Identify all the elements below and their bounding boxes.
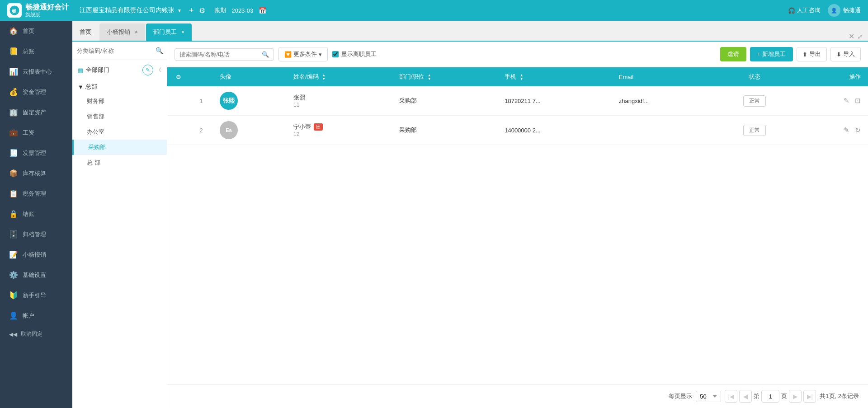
page-label-di: 第 [754,392,760,400]
assets-icon: 🏢 [9,108,18,117]
import-label: 导入 [843,50,855,58]
filter-chevron-icon: ▾ [319,51,322,58]
tab-expense-close-icon[interactable]: × [135,29,138,35]
app-name: 畅捷通好会计 [25,3,69,11]
col-phone[interactable]: 手机 ▲▼ [497,67,612,86]
dept-tree-item-xiaoshou[interactable]: 销售部 [72,109,167,124]
show-resigned-checkbox[interactable] [332,51,339,57]
first-page-button[interactable]: |◀ [725,390,737,403]
dept-search-input[interactable] [77,47,153,54]
add-employee-button[interactable]: + 新增员工 [750,47,793,61]
archive-icon: 🗄️ [9,230,18,239]
dept-zongbu-sub-label: 总 部 [87,159,100,166]
tab-home-label: 首页 [80,28,91,36]
edit-icon[interactable]: ✎ [844,97,849,105]
sidebar-item-close[interactable]: 🔒 结账 [0,204,72,224]
row-phone-col: 18720211 7... [497,86,612,116]
per-page-select[interactable]: 50 10 20 100 [696,391,721,402]
tax-icon: 📋 [9,189,18,198]
prev-page-button[interactable]: ◀ [739,390,752,403]
last-page-button[interactable]: ▶| [803,390,816,403]
employee-table: ⚙ 头像 姓名/编码 ▲▼ 部门/职位 ▲▼ 手机 ▲▼ [167,67,868,384]
dept-search-bar: 🔍 [72,42,167,60]
col-settings[interactable]: ⚙ [167,67,190,86]
edit-icon[interactable]: ✎ [844,126,849,134]
export-button[interactable]: ⬆ 导出 [797,47,827,61]
headset-icon: 🎧 [788,7,795,14]
col-status: 状态 [712,67,797,86]
sidebar-item-label: 首页 [23,27,34,35]
expense-icon: 📝 [9,250,18,259]
employee-search-box: 🔍 [175,48,274,61]
dept-edit-button[interactable]: ✎ [142,65,153,75]
dept-panel: 🔍 ▦ 全部部门 ✎ 《 ▼ 总部 [72,42,167,408]
show-resigned-checkbox-label[interactable]: 显示离职员工 [332,50,377,58]
add-company-button[interactable]: + [189,6,194,15]
sidebar-item-archive[interactable]: 🗄️ 归档管理 [0,224,72,244]
sidebar-item-reports[interactable]: 📊 云报表中心 [0,61,72,82]
tab-department[interactable]: 部门员工 × [146,23,192,41]
sidebar-item-inventory[interactable]: 📦 库存核算 [0,163,72,183]
dept-tree-item-zongbu-sub[interactable]: 总 部 [72,155,167,170]
col-avatar: 头像 [212,67,286,86]
row-settings-col [167,86,190,116]
import-button[interactable]: ⬇ 导入 [830,47,861,61]
more-filter-button[interactable]: 🔽 更多条件 ▾ [278,47,328,61]
salary-icon: 💼 [9,128,18,137]
dept-collapse-button[interactable]: 《 [156,66,161,74]
sidebar-item-expense[interactable]: 📝 小畅报销 [0,244,72,265]
logout-icon[interactable]: ⊡ [855,97,861,105]
calendar-icon[interactable]: 📅 [259,7,266,14]
tab-close-window-icon[interactable]: ✕ [849,32,854,41]
tab-maximize-icon[interactable]: ⤢ [857,33,863,40]
logo-text-area: 畅捷通好会计 旗舰版 [25,3,69,18]
col-dept[interactable]: 部门/职位 ▲▼ [392,67,498,86]
dept-search-icon[interactable]: 🔍 [156,47,163,54]
sidebar-item-settings[interactable]: ⚙️ 基础设置 [0,265,72,285]
dept-tree-item-caiwu[interactable]: 财务部 [72,94,167,109]
name-cell: 宁小壹 应 12 [293,123,385,137]
tab-home[interactable]: 首页 [72,23,99,41]
tab-expense-label: 小畅报销 [107,28,130,36]
export-label: 导出 [809,50,821,58]
page-number-input[interactable] [761,390,779,403]
next-page-button[interactable]: ▶ [789,390,802,403]
dept-arrow-icon: ▼ [78,84,84,90]
col-name[interactable]: 姓名/编码 ▲▼ [286,67,392,86]
sidebar-item-assets[interactable]: 🏢 固定资产 [0,102,72,122]
row-dept-col: 采购部 [392,116,498,145]
sidebar-item-guide[interactable]: 🔰 新手引导 [0,285,72,305]
account-icon: 👤 [9,311,18,320]
dept-tree: ▼ 总部 财务部 销售部 办公室 采购部 [72,80,167,408]
refresh-icon[interactable]: ↻ [855,126,861,134]
settings-gear-icon[interactable]: ⚙ [199,6,205,15]
tab-expense[interactable]: 小畅报销 × [99,23,145,41]
dept-tree-item-bangongshi[interactable]: 办公室 [72,124,167,140]
sidebar-item-tax[interactable]: 📋 税务管理 [0,183,72,204]
user-avatar: 👤 [828,4,840,17]
close-period-icon: 🔒 [9,210,18,218]
employee-search-input[interactable] [179,51,259,58]
col-actions: 操作 [796,67,868,86]
sidebar-item-home[interactable]: 🏠 首页 [0,21,72,41]
sidebar-item-salary[interactable]: 💼 工资 [0,122,72,143]
row-avatar-col: Ea [212,116,286,145]
tab-department-close-icon[interactable]: × [181,29,184,35]
company-selector[interactable]: 江西服宝精品有限责任公司内账张 ▼ [80,6,182,14]
sidebar-item-funds[interactable]: 💰 资金管理 [0,82,72,102]
ledger-icon: 📒 [9,47,18,56]
employee-search-icon[interactable]: 🔍 [262,51,269,58]
sidebar-item-ledger[interactable]: 📒 总账 [0,41,72,61]
dept-bangongshi-label: 办公室 [87,128,104,135]
left-arrow-icon: ◀◀ [9,331,17,338]
dept-tree-item-zongbu[interactable]: ▼ 总部 [72,80,167,94]
user-name: 畅捷通 [843,6,861,14]
unpin-button[interactable]: ◀◀ 取消固定 [0,326,72,342]
sidebar-item-account[interactable]: 👤 帐户 [0,305,72,326]
dept-tree-item-caigou[interactable]: 采购部 [72,140,167,155]
support-button[interactable]: 🎧 人工咨询 [788,6,821,14]
sidebar-item-invoice[interactable]: 🧾 发票管理 [0,143,72,163]
user-area[interactable]: 👤 畅捷通 [828,4,861,17]
invite-button[interactable]: 邀请 [720,47,746,61]
all-dept-button[interactable]: ▦ 全部部门 [78,66,109,74]
